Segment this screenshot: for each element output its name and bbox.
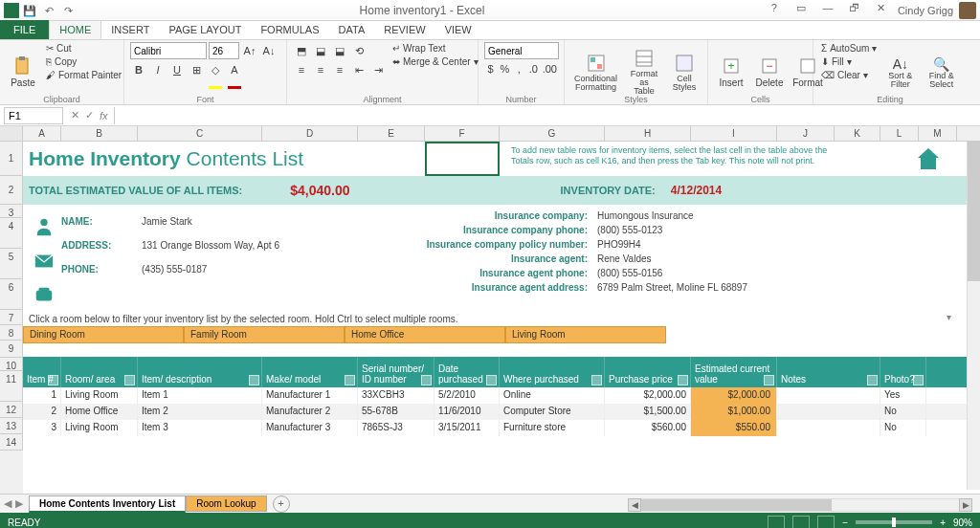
tab-formulas[interactable]: FORMULAS [251,20,328,39]
room-filter-living[interactable]: Living Room [505,326,666,343]
col-h[interactable]: H [605,126,691,141]
table-cell[interactable]: Manufacturer 3 [262,420,358,436]
scroll-thumb[interactable] [968,142,980,281]
align-right-icon[interactable]: ≡ [331,61,348,78]
table-cell[interactable] [777,387,880,404]
table-cell[interactable]: Living Room [61,420,138,436]
format-painter-button[interactable]: 🖌Format Painter [44,69,123,81]
increase-decimal-icon[interactable]: .0 [527,60,540,77]
col-d[interactable]: D [262,126,358,141]
ribbon-options-icon[interactable]: ▭ [791,2,812,19]
align-center-icon[interactable]: ≡ [312,61,329,78]
font-size-input[interactable] [209,42,239,59]
table-cell[interactable]: 7865S-J3 [358,420,434,436]
restore-icon[interactable]: 🗗 [844,2,865,19]
sheet-tab-room-lookup[interactable]: Room Lookup [186,495,266,512]
col-c[interactable]: C [138,126,262,141]
table-cell[interactable]: 33XCBH3 [358,387,434,404]
number-format-select[interactable] [484,42,559,59]
th-photo[interactable]: Photo? [884,374,915,385]
conditional-formatting-button[interactable]: Conditional Formatting [570,42,621,102]
row-6[interactable]: 6 [0,279,23,310]
scroll-right-icon[interactable]: ▶ [959,498,972,512]
border-button[interactable]: ⊞ [188,61,205,78]
th-where[interactable]: Where purchased [503,374,579,385]
fx-icon[interactable]: fx [100,110,108,121]
cancel-formula-icon[interactable]: ✕ [71,109,79,121]
sheet-tab-inventory[interactable]: Home Contents Inventory List [29,495,186,513]
table-cell[interactable]: 1 [23,387,61,404]
table-cell[interactable]: $2,000.00 [605,387,691,404]
zoom-slider[interactable] [856,520,932,524]
tab-review[interactable]: REVIEW [374,20,434,39]
col-k[interactable]: K [835,126,880,141]
increase-indent-icon[interactable]: ⇥ [369,61,387,78]
table-cell[interactable]: 2 [23,404,61,420]
paste-button[interactable]: Paste [6,42,40,102]
filter-dropdown-icon[interactable] [345,375,355,385]
decrease-decimal-icon[interactable]: .00 [542,60,558,77]
table-cell[interactable]: Item 3 [138,420,262,436]
th-serial[interactable]: Serial number/ ID number [362,363,430,385]
table-cell[interactable]: Item 2 [138,404,262,420]
th-notes[interactable]: Notes [781,374,806,385]
font-name-input[interactable] [130,42,207,59]
filter-dropdown-icon[interactable] [867,375,878,385]
wrap-text-button[interactable]: ↵Wrap Text [390,42,480,55]
col-f[interactable]: F [425,126,500,141]
zoom-level[interactable]: 90% [953,517,972,528]
select-all-corner[interactable] [0,126,23,141]
filter-dropdown-icon[interactable] [486,375,497,385]
row-5[interactable]: 5 [0,249,23,279]
formula-bar[interactable] [114,107,980,124]
worksheet[interactable]: Home Inventory Contents List To add new … [23,142,980,494]
room-filter-dining[interactable]: Dining Room [23,326,184,343]
enter-formula-icon[interactable]: ✓ [85,109,94,121]
scroll-left-icon[interactable]: ◀ [628,498,641,512]
th-make[interactable]: Make/ model [266,374,321,385]
italic-button[interactable]: I [149,61,167,78]
col-g[interactable]: G [500,126,605,141]
row-9[interactable]: 9 [0,341,23,358]
tab-page-layout[interactable]: PAGE LAYOUT [159,20,251,39]
table-cell[interactable]: 55-678B [358,404,434,420]
row-12[interactable]: 12 [0,402,23,418]
help-icon[interactable]: ? [764,2,785,19]
col-j[interactable]: J [777,126,835,141]
tab-home[interactable]: HOME [49,20,101,39]
filter-dropdown-icon[interactable] [48,375,58,385]
table-cell[interactable]: Home Office [61,404,138,420]
prev-sheet-icon[interactable]: ◀ [4,497,11,510]
table-cell[interactable]: No [880,404,926,420]
th-price[interactable]: Purchase price [609,374,673,385]
table-row[interactable]: 3Living RoomItem 3Manufacturer 37865S-J3… [23,420,980,436]
row-3[interactable]: 3 [0,205,23,218]
table-cell[interactable]: Computer Store [500,404,605,420]
table-cell[interactable]: $550.00 [691,420,777,436]
table-cell[interactable]: 3 [23,420,61,436]
minimize-icon[interactable]: — [817,2,838,19]
row-10[interactable]: 10 [0,358,23,371]
table-cell[interactable]: $560.00 [605,420,691,436]
th-value[interactable]: Estimated current value [695,363,772,385]
filter-dropdown-icon[interactable] [764,375,774,385]
filter-funnel-icon[interactable]: ▾ [947,312,951,322]
bold-button[interactable]: B [130,61,147,78]
copy-button[interactable]: ⎘Copy [44,55,123,68]
user-name[interactable]: Cindy Grigg [898,5,953,16]
table-cell[interactable] [777,420,880,436]
room-filter-family[interactable]: Family Room [184,326,345,343]
horizontal-scrollbar[interactable]: ◀ ▶ [628,497,972,513]
comma-icon[interactable]: , [513,60,525,77]
table-cell[interactable]: $1,500.00 [605,404,691,420]
table-cell[interactable]: No [880,420,926,436]
th-room[interactable]: Room/ area [65,374,115,385]
table-cell[interactable]: 11/6/2010 [434,404,500,420]
filter-dropdown-icon[interactable] [421,375,432,385]
fill-color-button[interactable]: ◇ [207,61,224,78]
filter-dropdown-icon[interactable] [249,375,259,385]
cell-styles-button[interactable]: Cell Styles [667,42,702,102]
table-cell[interactable]: $2,000.00 [691,387,777,404]
col-b[interactable]: B [61,126,138,141]
percent-icon[interactable]: % [499,60,511,77]
